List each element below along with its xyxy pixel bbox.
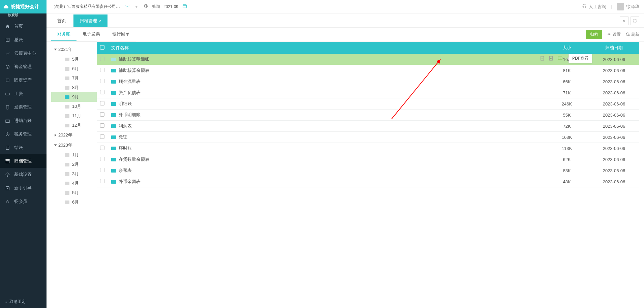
- table-row[interactable]: 现金流量表66K2023-06-06: [97, 76, 639, 87]
- folder-icon: [65, 163, 69, 166]
- archive-button[interactable]: 归档: [586, 30, 602, 39]
- col-name[interactable]: 文件名称: [108, 42, 545, 54]
- table-row[interactable]: 序时账113K2023-06-06: [97, 143, 639, 154]
- tree-month[interactable]: 1月: [51, 150, 97, 160]
- tax-icon: [5, 131, 10, 137]
- table-row[interactable]: 明细账246K2023-06-06: [97, 98, 639, 110]
- tree-month[interactable]: 10月: [51, 102, 97, 111]
- sidebar-item-chart[interactable]: 云报表中心: [0, 47, 47, 60]
- nav-label: 首页: [14, 23, 23, 29]
- sidebar-item-ledger[interactable]: 总账: [0, 33, 47, 47]
- settings-icon[interactable]: [143, 4, 149, 9]
- tree-year[interactable]: 2022年: [51, 130, 97, 140]
- table-row[interactable]: 存货数量余额表62K2023-06-06: [97, 154, 639, 165]
- pdf-view-icon[interactable]: [557, 55, 563, 61]
- tree-month[interactable]: 8月: [51, 83, 97, 92]
- tree-month[interactable]: 5月: [51, 55, 97, 64]
- row-checkbox[interactable]: [100, 90, 104, 94]
- tree-month[interactable]: 5月: [51, 188, 97, 197]
- tree-month[interactable]: 6月: [51, 64, 97, 73]
- close-panel-button[interactable]: ×: [620, 17, 628, 25]
- row-checkbox[interactable]: [100, 68, 104, 72]
- subtab-2[interactable]: 银行回单: [106, 28, 136, 41]
- subtab-0[interactable]: 财务账: [51, 28, 76, 41]
- download-pdf-icon[interactable]: [548, 55, 554, 61]
- tree-month[interactable]: 7月: [51, 73, 97, 83]
- subtabs-row: 财务账电子发票银行回单 归档 设置 刷新: [47, 28, 644, 42]
- user-menu[interactable]: 徐泽华: [617, 3, 639, 10]
- help-link[interactable]: 人工咨询: [582, 4, 606, 10]
- row-checkbox[interactable]: [100, 168, 104, 172]
- svg-rect-7: [5, 93, 9, 95]
- svg-rect-17: [183, 5, 187, 8]
- company-selector[interactable]: （勿删）江西服宝精品有限责任公司（...: [51, 4, 122, 9]
- sidebar-item-home[interactable]: 首页: [0, 20, 47, 33]
- svg-rect-12: [6, 160, 9, 163]
- sidebar-item-tax[interactable]: 税务管理: [0, 127, 47, 141]
- sidebar-item-money[interactable]: ¥资金管理: [0, 60, 47, 73]
- svg-rect-0: [6, 38, 9, 41]
- table-row[interactable]: 利润表72K2023-06-06: [97, 121, 639, 132]
- chevron-down-icon: [54, 49, 57, 51]
- add-button[interactable]: ＋: [133, 4, 139, 10]
- unpin-sidebar[interactable]: ↔ 取消固定: [0, 296, 47, 308]
- row-checkbox[interactable]: [100, 146, 104, 150]
- sidebar-item-salary[interactable]: 工资: [0, 87, 47, 100]
- tree-month[interactable]: 3月: [51, 169, 97, 179]
- tree-month[interactable]: 9月: [51, 92, 97, 102]
- download-excel-icon[interactable]: [540, 55, 546, 61]
- sidebar-item-asset[interactable]: 固定资产: [0, 73, 47, 87]
- table-row[interactable]: 凭证163K2023-06-06: [97, 132, 639, 143]
- tab-archive[interactable]: 归档管理 ×: [73, 14, 108, 27]
- fullscreen-button[interactable]: [631, 17, 639, 25]
- row-checkbox[interactable]: [100, 134, 104, 139]
- calendar-icon[interactable]: [182, 4, 188, 9]
- table-row[interactable]: 外币明细账55K2023-06-06: [97, 110, 639, 121]
- row-checkbox[interactable]: [100, 79, 104, 83]
- tree-month[interactable]: 2月: [51, 160, 97, 169]
- tree-month[interactable]: 6月: [51, 197, 97, 207]
- sidebar-item-archive[interactable]: 归档管理: [0, 154, 47, 168]
- sidebar-item-vip[interactable]: 畅会员: [0, 195, 47, 208]
- row-checkbox[interactable]: [100, 101, 104, 105]
- nav-label: 税务管理: [14, 131, 32, 137]
- table-row[interactable]: 余额表83K2023-06-06: [97, 165, 639, 176]
- table-row[interactable]: 资产负债表71K2023-06-06: [97, 87, 639, 98]
- file-name: 辅助核算明细账: [119, 56, 149, 62]
- refresh-link[interactable]: 刷新: [625, 32, 639, 37]
- month-label: 2月: [72, 161, 79, 167]
- settings-link[interactable]: 设置: [607, 32, 621, 37]
- chevron-down-icon[interactable]: ﹀: [125, 4, 130, 10]
- nav-label: 发票管理: [14, 104, 32, 110]
- table-row[interactable]: 辅助核算余额表81K2023-06-06: [97, 65, 639, 76]
- tree-year[interactable]: 2021年: [51, 44, 97, 55]
- sidebar-item-guide[interactable]: 新手引导: [0, 181, 47, 195]
- row-checkbox[interactable]: [100, 157, 104, 161]
- table-row[interactable]: 外币余额表48K2023-06-06: [97, 176, 639, 187]
- row-checkbox[interactable]: [100, 179, 104, 183]
- sidebar-item-inventory[interactable]: 进销台账: [0, 114, 47, 127]
- sidebar-item-gear[interactable]: 基础设置: [0, 168, 47, 181]
- col-date[interactable]: 归档日期: [589, 42, 639, 54]
- folder-icon: [111, 135, 116, 139]
- sidebar-item-close[interactable]: 结账: [0, 141, 47, 154]
- sidebar-item-invoice[interactable]: 发票管理: [0, 100, 47, 114]
- nav-label: 结账: [14, 145, 23, 151]
- tab-home[interactable]: 首页: [51, 14, 72, 27]
- row-checkbox[interactable]: [100, 123, 104, 128]
- row-checkbox[interactable]: [100, 57, 104, 61]
- close-icon[interactable]: ×: [99, 19, 101, 23]
- select-all-checkbox[interactable]: [100, 45, 104, 50]
- tree-month[interactable]: 4月: [51, 179, 97, 188]
- file-name: 现金流量表: [119, 79, 141, 85]
- row-checkbox[interactable]: [100, 112, 104, 117]
- folder-icon: [111, 124, 116, 128]
- svg-marker-16: [7, 187, 8, 189]
- subtab-1[interactable]: 电子发票: [76, 28, 106, 41]
- tree-month[interactable]: 11月: [51, 111, 97, 121]
- tree-year[interactable]: 2023年: [51, 140, 97, 150]
- tree-month[interactable]: 12月: [51, 121, 97, 130]
- file-name: 外币余额表: [119, 179, 141, 185]
- col-size[interactable]: 大小: [545, 42, 589, 54]
- period-value[interactable]: 2021-09: [163, 4, 178, 9]
